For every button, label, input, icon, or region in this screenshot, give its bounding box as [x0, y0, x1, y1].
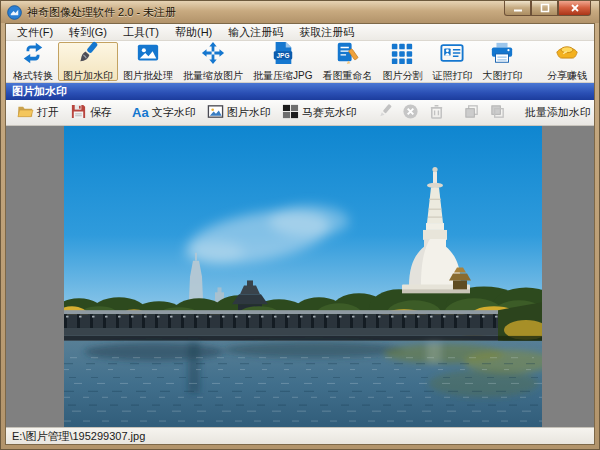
batch-compress-jpg-button[interactable]: JPG 批量压缩JPG — [248, 42, 317, 81]
photo-scene — [64, 126, 542, 427]
batch-process-button[interactable]: 图片批处理 — [118, 42, 178, 81]
minimize-icon — [513, 3, 523, 13]
menu-get-regcode[interactable]: 获取注册码 — [292, 24, 361, 41]
image-watermark-icon — [207, 103, 224, 122]
layers-front-icon — [463, 103, 480, 122]
trash-icon — [428, 103, 445, 122]
save-button[interactable]: 保存 — [65, 100, 117, 125]
pencil-icon — [376, 103, 393, 122]
send-backward-button[interactable] — [485, 100, 510, 125]
app-window: 神奇图像处理软件 2.0 - 未注册 文件(F) 转到(G) 工具(T) 帮助(… — [0, 0, 600, 450]
menu-goto[interactable]: 转到(G) — [62, 24, 114, 41]
text-aa-icon: Aa — [132, 106, 149, 119]
client-frame: 文件(F) 转到(G) 工具(T) 帮助(H) 输入注册码 获取注册码 格式转换… — [5, 23, 595, 445]
close-icon — [570, 3, 580, 13]
statusbar: E:\图片管理\195299307.jpg — [6, 427, 594, 444]
x-circle-icon — [402, 103, 419, 122]
lakeside-corridor — [64, 310, 498, 341]
menu-help[interactable]: 帮助(H) — [168, 24, 219, 41]
id-photo-print-button[interactable]: 证照打印 — [427, 42, 477, 81]
clear-watermark-button[interactable] — [424, 100, 449, 125]
image-split-button[interactable]: 图片分割 — [377, 42, 427, 81]
open-button[interactable]: 打开 — [12, 100, 64, 125]
picture-icon — [136, 41, 160, 68]
edit-watermark-button[interactable] — [372, 100, 397, 125]
mosaic-icon — [282, 103, 299, 122]
convert-arrows-icon — [21, 41, 45, 68]
image-watermark-mode-button[interactable]: 图片加水印 — [58, 42, 118, 81]
move-arrows-icon — [201, 41, 225, 68]
printer-icon — [490, 41, 514, 68]
file-path: E:\图片管理\195299307.jpg — [12, 429, 145, 444]
save-floppy-icon — [70, 103, 87, 122]
image-watermark-button[interactable]: 图片水印 — [202, 100, 276, 125]
menubar: 文件(F) 转到(G) 工具(T) 帮助(H) 输入注册码 获取注册码 — [6, 24, 594, 41]
section-title: 图片加水印 — [12, 84, 67, 99]
paintbrush-icon — [76, 41, 100, 68]
batch-add-watermark-button[interactable]: 批量添加水印 — [520, 102, 595, 123]
window-title: 神奇图像处理软件 2.0 - 未注册 — [27, 5, 176, 20]
text-watermark-button[interactable]: Aa 文字水印 — [127, 102, 201, 123]
toolbar-spacer — [527, 42, 542, 81]
close-button[interactable] — [558, 1, 591, 16]
window-controls — [504, 1, 591, 16]
id-card-icon — [440, 41, 464, 68]
gold-ingot-icon — [555, 41, 579, 68]
large-print-button[interactable]: 大图打印 — [477, 42, 527, 81]
rename-icon — [335, 41, 359, 68]
image-canvas[interactable] — [6, 126, 594, 427]
minimize-button[interactable] — [504, 1, 531, 16]
share-earn-button[interactable]: 分享赚钱 — [542, 42, 592, 81]
layers-back-icon — [489, 103, 506, 122]
grid-icon — [390, 41, 414, 68]
main-toolbar: 格式转换 图片加水印 图片批处理 批量缩放图片 — [6, 41, 594, 83]
photo-preview — [64, 126, 542, 427]
open-folder-icon — [17, 103, 34, 122]
watermark-toolbar: 打开 保存 Aa 文字水印 图片水印 — [6, 100, 594, 126]
mosaic-watermark-button[interactable]: 马赛克水印 — [277, 100, 362, 125]
app-icon — [7, 5, 22, 20]
section-header: 图片加水印 — [6, 83, 594, 100]
menu-file[interactable]: 文件(F) — [10, 24, 60, 41]
maximize-icon — [540, 3, 550, 13]
view-rename-button[interactable]: 看图重命名 — [317, 42, 377, 81]
delete-watermark-button[interactable] — [398, 100, 423, 125]
format-convert-button[interactable]: 格式转换 — [8, 42, 58, 81]
maximize-button[interactable] — [531, 1, 558, 16]
bring-forward-button[interactable] — [459, 100, 484, 125]
batch-resize-button[interactable]: 批量缩放图片 — [178, 42, 248, 81]
svg-text:JPG: JPG — [276, 52, 289, 59]
titlebar: 神奇图像处理软件 2.0 - 未注册 — [1, 1, 599, 23]
menu-enter-regcode[interactable]: 输入注册码 — [221, 24, 290, 41]
menu-tools[interactable]: 工具(T) — [116, 24, 166, 41]
jpg-file-icon: JPG — [271, 41, 295, 68]
